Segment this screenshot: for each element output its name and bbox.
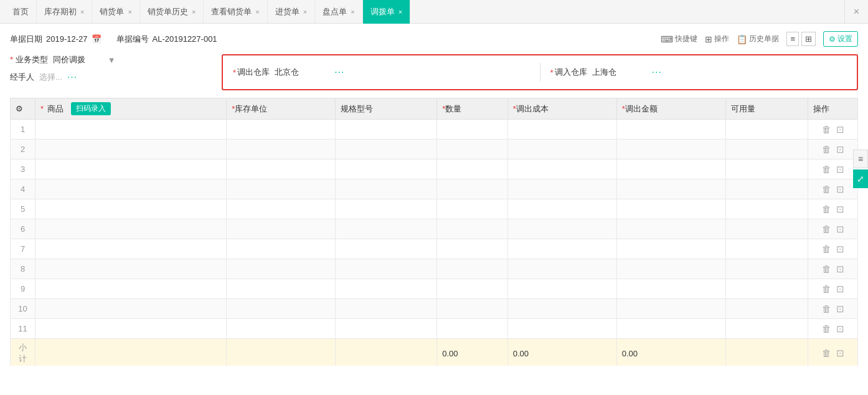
sidebar-list-btn[interactable]: ≡ xyxy=(853,150,868,168)
tab-sales-history[interactable]: 销货单历史× xyxy=(140,0,204,24)
delete-icon[interactable]: 🗑 xyxy=(822,244,831,255)
cell-spec[interactable] xyxy=(336,199,437,219)
delete-icon[interactable]: 🗑 xyxy=(822,204,831,215)
tab-view-sales[interactable]: 查看销货单× xyxy=(204,0,267,24)
cell-available[interactable] xyxy=(725,259,808,279)
cell-qty[interactable] xyxy=(437,199,508,219)
tab-close-icon[interactable]: × xyxy=(128,8,131,16)
tab-close-icon[interactable]: × xyxy=(399,8,402,16)
subtotal-delete-icon[interactable]: 🗑 xyxy=(822,348,831,359)
cell-amount[interactable] xyxy=(616,219,725,239)
calendar-icon[interactable]: 📅 xyxy=(92,34,101,44)
cell-product[interactable] xyxy=(35,199,227,219)
warehouse-in-dots-button[interactable]: ··· xyxy=(652,67,662,78)
tab-close-icon[interactable]: × xyxy=(192,8,196,16)
cell-amount[interactable] xyxy=(616,279,725,299)
delete-icon[interactable]: 🗑 xyxy=(822,323,831,335)
subtotal-copy-icon[interactable]: ⊡ xyxy=(836,348,844,359)
cell-spec[interactable] xyxy=(336,159,437,179)
cell-amount[interactable] xyxy=(616,159,725,179)
cell-qty[interactable] xyxy=(437,159,508,179)
cell-available[interactable] xyxy=(725,299,808,319)
cell-spec[interactable] xyxy=(336,120,437,140)
copy-icon[interactable]: ⊡ xyxy=(836,224,844,235)
copy-icon[interactable]: ⊡ xyxy=(836,264,844,275)
cell-spec[interactable] xyxy=(336,299,437,319)
cell-product[interactable] xyxy=(35,279,227,299)
tab-close-icon[interactable]: × xyxy=(303,8,307,16)
cell-cost[interactable] xyxy=(507,279,616,299)
cell-amount[interactable] xyxy=(616,179,725,199)
tab-purchase-order[interactable]: 进货单× xyxy=(268,0,315,24)
delete-icon[interactable]: 🗑 xyxy=(822,144,831,155)
tab-close-icon[interactable]: × xyxy=(80,8,84,16)
cell-qty[interactable] xyxy=(437,140,508,159)
cell-unit[interactable] xyxy=(227,159,336,179)
cell-amount[interactable] xyxy=(616,239,725,259)
cell-unit[interactable] xyxy=(227,140,336,159)
cell-cost[interactable] xyxy=(507,140,616,159)
cell-unit[interactable] xyxy=(227,179,336,199)
cell-spec[interactable] xyxy=(336,279,437,299)
handler-input[interactable]: 选择... xyxy=(39,72,62,83)
cell-cost[interactable] xyxy=(507,179,616,199)
cell-spec[interactable] xyxy=(336,259,437,279)
cell-available[interactable] xyxy=(725,120,808,140)
cell-unit[interactable] xyxy=(227,199,336,219)
cell-unit[interactable] xyxy=(227,319,336,339)
cell-qty[interactable] xyxy=(437,259,508,279)
cell-cost[interactable] xyxy=(507,319,616,339)
tab-home[interactable]: 首页 xyxy=(5,0,37,24)
tab-transfer-order[interactable]: 调拨单× xyxy=(363,0,410,24)
tab-inventory-check[interactable]: 盘点单× xyxy=(315,0,362,24)
cell-cost[interactable] xyxy=(507,299,616,319)
cell-available[interactable] xyxy=(725,279,808,299)
cell-qty[interactable] xyxy=(437,279,508,299)
dropdown-arrow-icon[interactable]: ▼ xyxy=(108,55,116,65)
cell-cost[interactable] xyxy=(507,219,616,239)
settings-button[interactable]: ⚙ 设置 xyxy=(823,31,858,47)
delete-icon[interactable]: 🗑 xyxy=(822,124,831,135)
cell-amount[interactable] xyxy=(616,299,725,319)
cell-qty[interactable] xyxy=(437,299,508,319)
cell-product[interactable] xyxy=(35,179,227,199)
cell-cost[interactable] xyxy=(507,120,616,140)
cell-unit[interactable] xyxy=(227,259,336,279)
cell-available[interactable] xyxy=(725,179,808,199)
cell-unit[interactable] xyxy=(227,219,336,239)
scan-button[interactable]: 扫码录入 xyxy=(71,102,111,115)
sidebar-expand-btn[interactable]: ⤢ xyxy=(853,169,868,188)
cell-amount[interactable] xyxy=(616,140,725,159)
cell-cost[interactable] xyxy=(507,259,616,279)
cell-available[interactable] xyxy=(725,319,808,339)
delete-icon[interactable]: 🗑 xyxy=(822,303,831,315)
cell-spec[interactable] xyxy=(336,179,437,199)
copy-icon[interactable]: ⊡ xyxy=(836,164,844,175)
copy-icon[interactable]: ⊡ xyxy=(836,124,844,135)
operate-button[interactable]: ⊞ 操作 xyxy=(705,34,729,44)
delete-icon[interactable]: 🗑 xyxy=(822,283,831,295)
copy-icon[interactable]: ⊡ xyxy=(836,303,844,315)
cell-qty[interactable] xyxy=(437,239,508,259)
cell-product[interactable] xyxy=(35,259,227,279)
copy-icon[interactable]: ⊡ xyxy=(836,144,844,155)
cell-product[interactable] xyxy=(35,120,227,140)
cell-cost[interactable] xyxy=(507,159,616,179)
view-list-button[interactable]: ≡ xyxy=(786,32,799,46)
handler-dots-button[interactable]: ··· xyxy=(67,72,77,83)
cell-qty[interactable] xyxy=(437,219,508,239)
cell-available[interactable] xyxy=(725,140,808,159)
cell-product[interactable] xyxy=(35,159,227,179)
copy-icon[interactable]: ⊡ xyxy=(836,184,844,195)
cell-available[interactable] xyxy=(725,159,808,179)
window-close-button[interactable]: × xyxy=(844,0,868,24)
copy-icon[interactable]: ⊡ xyxy=(836,323,844,335)
cell-amount[interactable] xyxy=(616,199,725,219)
cell-unit[interactable] xyxy=(227,279,336,299)
business-type-dropdown[interactable]: 同价调拨 ▼ xyxy=(53,54,116,65)
cell-qty[interactable] xyxy=(437,179,508,199)
tab-inventory-init[interactable]: 库存期初× xyxy=(37,0,92,24)
cell-unit[interactable] xyxy=(227,239,336,259)
cell-spec[interactable] xyxy=(336,219,437,239)
cell-unit[interactable] xyxy=(227,299,336,319)
